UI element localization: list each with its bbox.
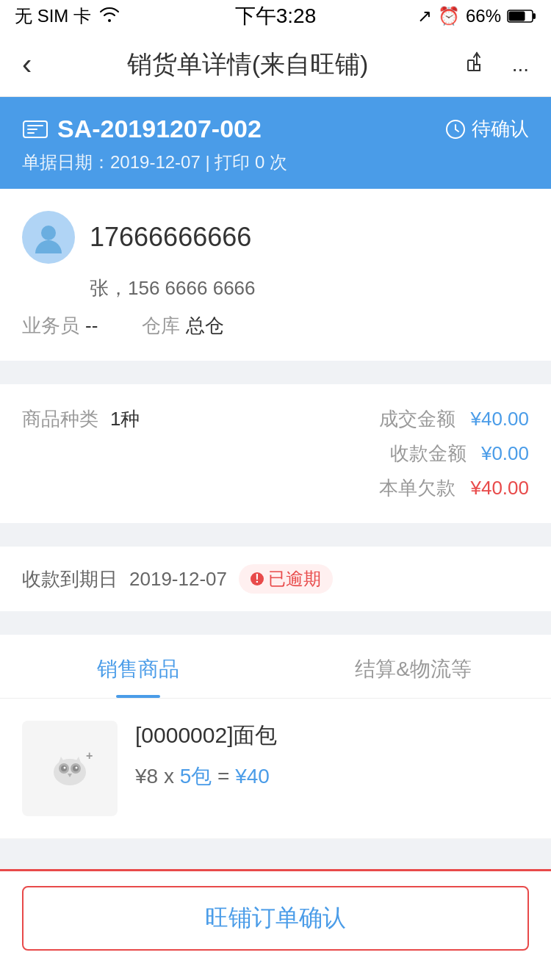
customer-card: 17666666666 张，156 6666 6666 业务员 -- 仓库 总仓 xyxy=(0,189,551,361)
alarm-icon: ⏰ xyxy=(438,6,460,26)
nav-actions: ... xyxy=(464,48,529,80)
tab-settlement[interactable]: 结算&物流等 xyxy=(276,635,551,698)
customer-name: 张，156 6666 6666 xyxy=(90,275,529,301)
product-item: + [0000002]面包 ¥8 x 5包 = ¥40 xyxy=(0,699,551,839)
carrier-label: 无 SIM 卡 xyxy=(15,4,91,28)
confirm-btn-wrap: 旺铺订单确认 xyxy=(0,869,551,980)
confirm-order-button[interactable]: 旺铺订单确认 xyxy=(22,886,529,951)
tabs: 销售商品 结算&物流等 xyxy=(0,635,551,699)
warning-icon: ! xyxy=(251,572,264,586)
status-bar-right: ↗ ⏰ 66% xyxy=(417,6,536,26)
customer-meta: 业务员 -- 仓库 总仓 xyxy=(22,313,529,339)
salesperson-label: 业务员 xyxy=(22,313,79,339)
product-list: + [0000002]面包 ¥8 x 5包 = ¥40 xyxy=(0,699,551,839)
tab-sales-products[interactable]: 销售商品 xyxy=(0,635,276,698)
due-date-value: 2019-12-07 xyxy=(129,568,227,591)
svg-point-8 xyxy=(54,759,86,785)
order-banner: SA-20191207-002 待确认 单据日期：2019-12-07 | 打印… xyxy=(0,97,551,189)
salesperson-value: -- xyxy=(85,314,98,337)
avatar xyxy=(22,211,75,264)
price-text: ¥8 x xyxy=(135,765,180,788)
salesperson-meta: 业务员 -- xyxy=(22,313,98,339)
divider-3 xyxy=(0,623,551,635)
warehouse-meta: 仓库 总仓 xyxy=(142,313,224,339)
battery-icon xyxy=(507,9,536,24)
svg-rect-2 xyxy=(509,12,525,21)
equals-text: = xyxy=(212,765,235,788)
wifi-icon xyxy=(98,6,120,26)
order-id: SA-20191207-002 xyxy=(22,115,262,143)
svg-text:+: + xyxy=(86,749,93,762)
back-button[interactable]: ‹ xyxy=(22,48,32,81)
product-type-value: 1种 xyxy=(110,406,140,432)
warehouse-value: 总仓 xyxy=(186,313,224,339)
product-image: + xyxy=(22,721,118,816)
divider-1 xyxy=(0,372,551,384)
customer-phone: 17666666666 xyxy=(90,222,251,253)
battery-label: 66% xyxy=(466,6,501,26)
nav-bar: ‹ 销货单详情(来自旺铺) ... xyxy=(0,32,551,97)
status-bar-left: 无 SIM 卡 xyxy=(15,4,120,28)
amount-row-2: 本单欠款 ¥40.00 xyxy=(379,475,529,501)
svg-point-14 xyxy=(76,767,78,769)
due-date-label: 收款到期日 xyxy=(22,566,118,592)
status-bar: 无 SIM 卡 下午3:28 ↗ ⏰ 66% xyxy=(0,0,551,32)
product-info: [0000002]面包 ¥8 x 5包 = ¥40 xyxy=(135,721,529,790)
more-button[interactable]: ... xyxy=(512,53,529,76)
due-date-row: 收款到期日 2019-12-07 ! 已逾期 xyxy=(0,547,551,611)
product-price: ¥8 x 5包 = ¥40 xyxy=(135,763,529,790)
summary-card: 商品种类 1种 成交金额 ¥40.00 收款金额 ¥0.00 本单欠款 ¥40.… xyxy=(0,384,551,523)
amount-row-0: 成交金额 ¥40.00 xyxy=(379,406,529,432)
order-date: 单据日期：2019-12-07 | 打印 0 次 xyxy=(22,151,529,174)
status-bar-time: 下午3:28 xyxy=(235,2,317,30)
divider-2 xyxy=(0,535,551,547)
product-name: [0000002]面包 xyxy=(135,721,529,751)
location-icon: ↗ xyxy=(417,6,432,26)
overdue-text: 已逾期 xyxy=(268,567,321,591)
overdue-badge: ! 已逾期 xyxy=(239,564,333,594)
svg-point-13 xyxy=(64,767,66,769)
svg-rect-1 xyxy=(533,13,536,19)
warehouse-label: 仓库 xyxy=(142,313,180,339)
summary-left: 商品种类 1种 xyxy=(22,406,140,432)
svg-rect-3 xyxy=(468,60,474,71)
order-status: 待确认 xyxy=(445,116,529,142)
summary-right: 成交金额 ¥40.00 收款金额 ¥0.00 本单欠款 ¥40.00 xyxy=(379,406,529,501)
page-title: 销货单详情(来自旺铺) xyxy=(127,48,369,82)
svg-point-7 xyxy=(41,226,56,240)
product-qty: 5包 xyxy=(180,765,212,788)
product-type-label: 商品种类 xyxy=(22,406,98,432)
amount-row-1: 收款金额 ¥0.00 xyxy=(390,441,529,466)
product-total: ¥40 xyxy=(235,765,270,788)
share-button[interactable] xyxy=(464,48,490,80)
